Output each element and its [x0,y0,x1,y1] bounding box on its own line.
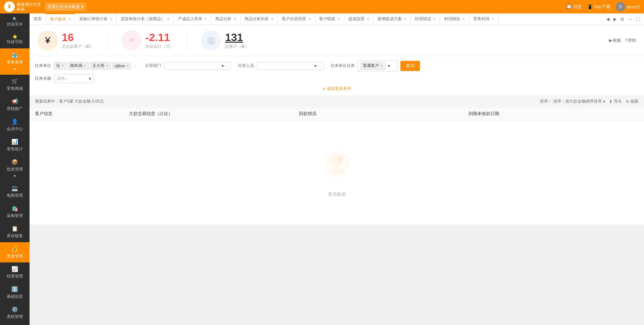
tab-maximize-icon[interactable]: ⛶ [635,16,641,22]
quick-nav-item[interactable]: ⭐ 快捷导航 [0,31,30,48]
empty-icon [320,147,354,187]
retail-icon: 🏪 [11,52,18,58]
sidebar-item-system[interactable]: ⚙️ 系统管理 [0,303,30,323]
tab-close-icon[interactable]: ✕ [462,17,465,21]
tab-commission-settings[interactable]: 提成设置 ✕ [344,13,374,25]
top-right-area: 💬 消息 📱 App下载 D demo2 [566,2,640,11]
tab-close-icon[interactable]: ✕ [337,17,340,21]
tag-close-icon[interactable]: ✕ [106,64,109,68]
tab-close-icon[interactable]: ✕ [68,17,71,21]
tab-close-icon[interactable]: ✕ [367,17,369,21]
stat-info-1: 16 总欠款客户（家） [62,31,94,49]
video-icon: ▶ [609,38,612,43]
filter-more-btn[interactable]: ··· [132,63,138,69]
chevron-down-icon: ▾ [314,64,316,68]
query-button[interactable]: 查询 [400,61,420,71]
tenant-selector[interactable]: 母婴行业演示帐套 ▾ [45,3,86,11]
tab-product-analysis[interactable]: 商品分析 ✕ [211,13,241,25]
tab-production-in[interactable]: 产成品入库单 ✕ [174,13,211,25]
staff-select[interactable]: ▾ ··· [257,62,324,70]
sidebar-item-retail-stats[interactable]: 📊 零售统计 [0,135,30,155]
app-download-button[interactable]: 📱 App下载 [587,4,610,10]
tab-close-icon[interactable]: ✕ [271,17,273,21]
sidebar-item-collab[interactable]: 🤝 企业协同 [0,323,30,325]
filter-area: 往来单位 伍 ✕ 陈民强 ✕ 王小亮 [30,56,644,96]
sidebar-item-finance[interactable]: 💰 资金管理 [0,242,30,262]
tab-close-icon[interactable]: ✕ [233,17,236,21]
sidebar-item-basic-info[interactable]: ℹ️ 基础信息 [0,283,30,303]
sidebar-item-retail-mgmt[interactable]: 🏪 零售管理 ▾ [0,48,30,75]
tab-close-icon[interactable]: ✕ [433,17,436,21]
top-bar: ¥ 畅捷通好生意 标版 母婴行业演示帐套 ▾ 💬 消息 📱 App下载 D de… [0,0,644,13]
logo-text: 畅捷通好生意 标版 [17,2,41,12]
tab-close-icon[interactable]: ✕ [110,17,112,21]
category-select[interactable]: 普通客户 ✕ ▾ [357,60,398,71]
help-link[interactable]: ? 帮助 [625,38,636,43]
sidebar: 🔍 搜索菜单 ⭐ 快捷导航 🏪 零售管理 ▾ 🛒 零售商城 📢 营销推广 � [0,13,30,325]
tab-prev-arrow[interactable]: ◀ [605,16,611,22]
app-icon: 📱 [587,4,593,9]
tab-customer-tier[interactable]: 客户分层经营 ✕ [278,13,315,25]
tab-purchase-order-stats[interactable]: 采购订单统计表 ✕ [75,13,117,25]
message-icon: 💬 [566,4,572,9]
refresh-icon: ↻ [626,99,629,104]
tab-close-icon[interactable]: ✕ [204,17,207,21]
tab-add-commission[interactable]: 新增提成方案 ✕ [374,13,411,25]
tab-bar: 首页 客户账本 ✕ 采购订单统计表 ✕ 进货单统计表（按商品） ✕ 产成品入库单… [30,13,644,25]
tab-retail-profit[interactable]: 零售利润 ✕ [469,13,499,25]
tab-next-arrow[interactable]: ▶ [612,16,618,22]
tab-business-status[interactable]: 经营情况 ✕ [411,13,440,25]
tab-close-icon[interactable]: ✕ [308,17,311,21]
tag-close-icon[interactable]: ✕ [84,64,86,68]
arrow-icon: ▾ [14,174,16,178]
search-menu-item[interactable]: 🔍 搜索菜单 [0,13,30,31]
tag-close-icon[interactable]: ✕ [380,64,383,68]
tab-close-icon[interactable]: ✕ [491,17,494,21]
tag-close-icon[interactable]: ✕ [61,64,64,68]
tab-purchase-item-stats[interactable]: 进货单统计表（按商品） ✕ [117,13,174,25]
tab-more-icon[interactable]: ⊞ [619,16,625,22]
dept-select[interactable]: ▾ ··· [164,62,231,70]
table-col-debt-info: 欠款交易信息（占比） [129,111,299,117]
collapse-row: ∧ 收起更多条件 [35,86,639,92]
sidebar-item-ecommerce[interactable]: 💻 电商管理 [0,182,30,202]
table-col-overdue: 到期未收款日期 [469,111,639,117]
refresh-button[interactable]: ↻ 刷新 [626,99,639,104]
sort-select[interactable]: 排序： 排序：按欠款金额倒序排序 ▾ [540,99,605,104]
export-button[interactable]: ⬆ 导出 [609,99,622,104]
chevron-down-icon: ▾ [603,99,605,104]
filter-row-1: 往来单位 伍 ✕ 陈民强 ✕ 王小亮 [35,60,639,71]
filter-tag-unit-4: cjttcw ✕ [112,63,131,69]
category-label: 往来单位分类 [331,63,355,69]
table-header: 客户信息 欠款交易信息（占比） 回款情况 到期未收款日期 [30,107,644,120]
sidebar-item-retail-mall[interactable]: 🛒 零售商城 [0,75,30,95]
sidebar-item-member[interactable]: 👤 会员中心 [0,115,30,135]
tab-close-icon[interactable]: ✕ [167,17,170,21]
tab-customer-ledger[interactable]: 客户账本 ✕ [46,13,75,25]
stat-icon-badge: ✦ [121,30,141,50]
svg-point-2 [330,168,344,174]
tag-close-icon[interactable]: ✕ [126,64,129,68]
stat-label-1: 总欠款客户（家） [62,44,94,49]
sidebar-item-inventory[interactable]: 📋 库存核算 [0,222,30,242]
balance-select[interactable]: 选择... ▾ [54,74,94,83]
table-col-customer: 客户信息 [35,111,129,117]
tab-customer-contact[interactable]: 客户联络 ✕ [315,13,344,25]
collapse-button[interactable]: ∧ 收起更多条件 [323,86,351,92]
sidebar-item-wholesale[interactable]: 📦 批发管理 ▾ [0,155,30,182]
tab-profit-report[interactable]: 利润报告 ✕ [440,13,469,25]
tab-minimize-icon[interactable]: — [627,16,633,22]
tab-home[interactable]: 首页 [30,13,46,25]
arrow-icon: ▾ [14,67,16,71]
video-link[interactable]: ▶ 视频 [609,38,621,43]
chevron-down-icon: ▾ [81,4,83,9]
tab-close-icon[interactable]: ✕ [404,17,406,21]
sidebar-item-marketing[interactable]: 📢 营销推广 [0,95,30,115]
sidebar-item-purchase[interactable]: 🛍️ 采购管理 [0,202,30,222]
user-menu[interactable]: D demo2 [616,2,640,11]
table-col-repayment: 回款情况 [299,111,469,117]
message-button[interactable]: 💬 消息 [566,4,582,10]
tab-product-analysis-list[interactable]: 商品分析列表 ✕ [241,13,278,25]
help-icon: ? [625,38,627,43]
sidebar-item-operations[interactable]: 📈 经营管理 [0,262,30,283]
